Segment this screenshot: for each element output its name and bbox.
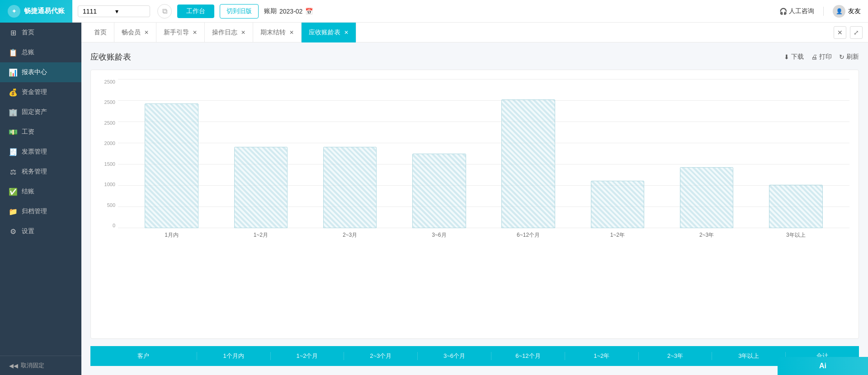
sidebar-item-home[interactable]: ⊞ 首页 [0,23,81,42]
settings-icon: ⚙ [9,227,17,235]
sidebar-label-settlement: 结账 [22,188,34,196]
divider [823,7,824,16]
switch-version-button[interactable]: 切到旧版 [220,4,259,19]
sidebar-item-archive[interactable]: 📁 归档管理 [0,202,81,221]
sidebar-item-payroll[interactable]: 💵 工资 [0,122,81,142]
home-icon: ⊞ [9,28,17,37]
tab-period-end[interactable]: 期末结转 ✕ [253,23,302,42]
table-header: 客户1个月内1~2个月2~3个月3~6个月6~12个月1~2年2~3年3年以上合… [90,346,859,366]
tab-close-aging[interactable]: ✕ [344,29,349,36]
ledger-icon: 📋 [9,48,17,56]
x-axis-label: 3年以上 [751,231,840,239]
x-labels: 1月内1~2月2~3月3~6月6~12个月1~2年2~3年3年以上 [118,228,849,242]
bar-group [216,147,305,228]
tab-actions: ✕ ⤢ [834,26,863,39]
close-tab-btn[interactable]: ✕ [834,26,846,39]
y-axis-label: 2500 [104,120,115,126]
calendar-icon[interactable]: 📅 [305,8,313,15]
sidebar-unpin[interactable]: ◀◀ 取消固定 [0,356,81,375]
sidebar-item-reports[interactable]: 📊 报表中心 [0,62,81,82]
company-selector[interactable]: 1111 ▾ [78,5,150,17]
download-button[interactable]: ⬇ 下载 [784,53,804,61]
tab-close-oplog[interactable]: ✕ [241,29,245,36]
user-name: 友友 [848,7,861,15]
workbench-button[interactable]: 工作台 [177,5,214,18]
invoice-icon: 🧾 [9,148,17,156]
refresh-icon: ↻ [839,53,844,61]
support-link[interactable]: 🎧 人工咨询 [779,7,814,15]
y-axis-label: 0 [113,223,115,228]
table-column-header: 1~2年 [565,352,639,360]
sidebar-label-tax: 税务管理 [22,168,47,176]
sidebar-label-ledger: 总账 [22,48,34,56]
print-button[interactable]: 🖨 打印 [811,53,832,61]
user-info[interactable]: 👤 友友 [833,5,861,18]
sidebar-item-tax[interactable]: ⚖ 税务管理 [0,162,81,182]
tab-close-period-end[interactable]: ✕ [289,29,294,36]
table-column-header: 客户 [90,352,197,360]
refresh-button[interactable]: ↻ 刷新 [839,53,859,61]
bar-group [395,154,484,228]
sidebar: ⊞ 首页 📋 总账 📊 报表中心 💰 资金管理 🏢 固定资产 💵 工资 🧾 发票… [0,23,81,375]
sidebar-label-archive: 归档管理 [22,207,47,216]
period-info: 账期 2023-02 📅 [264,7,313,15]
bar [145,103,198,228]
page-title: 应收账龄表 [90,52,131,62]
tab-home[interactable]: 首页 [87,23,114,42]
main-layout: ⊞ 首页 📋 总账 📊 报表中心 💰 资金管理 🏢 固定资产 💵 工资 🧾 发票… [0,23,868,375]
reports-icon: 📊 [9,68,17,76]
x-axis-label: 3~6月 [395,231,484,239]
tab-close-guide[interactable]: ✕ [193,29,197,36]
sidebar-item-ledger[interactable]: 📋 总账 [0,42,81,62]
tab-member[interactable]: 畅会员 ✕ [114,23,156,42]
sidebar-item-assets[interactable]: 🏢 固定资产 [0,102,81,122]
y-axis-label: 2500 [104,79,115,84]
table-column-header: 1个月内 [197,352,271,360]
y-axis: 2500250025002000150010005000 [100,79,118,242]
sidebar-label-assets: 固定资产 [22,108,47,116]
bar-group [662,167,751,228]
table-column-header: 2~3个月 [344,352,418,360]
headset-icon: 🎧 [779,8,787,15]
bar-group [751,185,840,228]
tab-label-aging: 应收账龄表 [309,28,340,37]
bar [323,147,377,228]
sidebar-item-funds[interactable]: 💰 资金管理 [0,82,81,102]
bars-area [118,79,849,228]
tab-guide[interactable]: 新手引导 ✕ [156,23,205,42]
chevron-down-icon: ▾ [115,8,145,15]
logo-icon: ✦ [8,5,20,18]
archive-icon: 📁 [9,207,17,216]
maximize-tab-btn[interactable]: ⤢ [850,26,863,39]
x-axis-label: 2~3月 [306,231,395,239]
sidebar-item-settings[interactable]: ⚙ 设置 [0,221,81,241]
print-icon: 🖨 [811,53,817,61]
copy-icon-btn[interactable]: ⧉ [157,4,172,19]
chart-wrapper: 2500250025002000150010005000 1月内1~2月2~3月… [100,79,849,242]
period-label: 账期 [264,7,277,15]
ai-bar[interactable]: Ai [778,357,868,375]
download-label: 下载 [791,53,804,61]
bar [591,181,644,228]
x-axis-label: 1~2年 [573,231,662,239]
avatar: 👤 [833,5,845,18]
sidebar-label-payroll: 工资 [22,128,34,136]
tab-label-oplog: 操作日志 [212,28,237,37]
sidebar-label-funds: 资金管理 [22,88,47,96]
chart-inner: 2500250025002000150010005000 1月内1~2月2~3月… [100,79,849,242]
tab-oplog[interactable]: 操作日志 ✕ [205,23,253,42]
x-axis-label: 2~3年 [662,231,751,239]
sidebar-unpin-label: 取消固定 [21,361,44,370]
sidebar-item-settlement[interactable]: ✅ 结账 [0,182,81,202]
payroll-icon: 💵 [9,128,17,136]
settlement-icon: ✅ [9,188,17,196]
tab-aging[interactable]: 应收账龄表 ✕ [302,23,356,42]
tab-label-guide: 新手引导 [164,28,189,37]
tab-close-member[interactable]: ✕ [144,29,149,36]
app-name: 畅捷通易代账 [24,7,65,15]
tab-label-member: 畅会员 [122,28,141,37]
tab-bar: 首页 畅会员 ✕ 新手引导 ✕ 操作日志 ✕ 期末结转 ✕ 应收账龄表 ✕ ✕ … [81,23,868,42]
sidebar-item-invoice[interactable]: 🧾 发票管理 [0,142,81,162]
app-logo: ✦ 畅捷通易代账 [0,0,72,23]
sidebar-label-settings: 设置 [22,227,34,235]
